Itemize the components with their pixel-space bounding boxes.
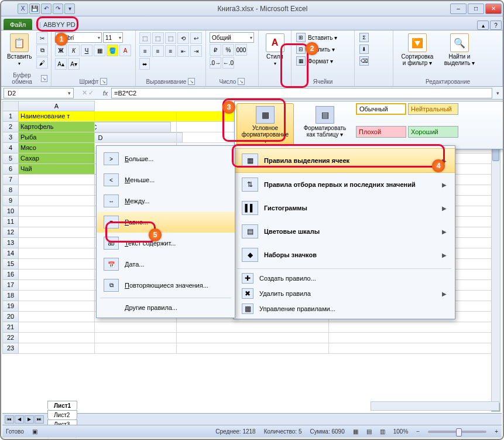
cell[interactable] [19, 280, 95, 291]
row-header[interactable]: 11 [2, 217, 19, 227]
cut-icon[interactable]: ✂ [36, 32, 48, 44]
cell[interactable]: Сахар [19, 154, 95, 164]
row-header[interactable]: 16 [2, 270, 19, 280]
cell[interactable] [329, 343, 493, 354]
cell-style-Нейтральный[interactable]: Нейтральный [408, 103, 458, 115]
row-header[interactable]: 13 [2, 238, 19, 248]
italic-icon[interactable]: К [68, 45, 80, 56]
zoom-level[interactable]: 100% [393, 428, 409, 435]
sheet-tab-Лист1[interactable]: Лист1 [47, 401, 77, 410]
clipboard-dialog-launcher[interactable]: ↘ [41, 75, 47, 82]
expand-formula-bar-icon[interactable]: ▾ [492, 90, 503, 96]
align-center-icon[interactable]: ≡ [152, 45, 164, 57]
sheet-prev-icon[interactable]: ◀ [15, 415, 24, 424]
row-header[interactable]: 23 [2, 343, 19, 354]
highlight-rule-item[interactable]: =Равно... [97, 212, 235, 233]
undo-icon[interactable]: ↶ [41, 4, 52, 14]
align-right-icon[interactable]: ≡ [165, 45, 177, 57]
row-header[interactable]: 8 [2, 185, 19, 196]
font-color-icon[interactable]: A [119, 45, 131, 56]
cell[interactable] [329, 333, 493, 343]
cell[interactable]: Картофель [19, 122, 95, 132]
cell[interactable] [177, 333, 329, 343]
row-header[interactable]: 20 [2, 312, 19, 322]
increase-decimal-icon[interactable]: .0→ [210, 57, 221, 69]
cell[interactable] [19, 238, 95, 248]
number-format-select[interactable]: Общий [210, 32, 254, 43]
cell[interactable] [19, 312, 95, 322]
row-header[interactable]: 17 [2, 280, 19, 291]
cell[interactable] [19, 322, 95, 333]
styles-button[interactable]: A Стили ▾ [262, 32, 287, 67]
cell[interactable] [95, 343, 177, 354]
cell[interactable] [19, 291, 95, 301]
row-header[interactable]: 14 [2, 248, 19, 259]
align-left-icon[interactable]: ≡ [139, 45, 151, 57]
cell[interactable] [19, 333, 95, 343]
highlight-rule-item[interactable]: ⧉Повторяющиеся значения... [97, 275, 235, 296]
customize-qat-icon[interactable]: ▾ [64, 4, 75, 14]
row-header[interactable]: 1 [2, 111, 19, 122]
copy-icon[interactable]: ⧉ [36, 45, 48, 56]
autosum-button[interactable]: Σ [358, 32, 389, 43]
maximize-button[interactable]: □ [468, 4, 484, 14]
decrease-indent-icon[interactable]: ⇤ [177, 45, 189, 57]
cell[interactable] [329, 322, 493, 333]
cf-mgmt-item[interactable]: ▦Управление правилами... [234, 301, 455, 316]
cell[interactable] [19, 343, 95, 354]
row-header[interactable]: 22 [2, 333, 19, 343]
cell[interactable]: Рыба [19, 132, 95, 143]
alignment-dialog-launcher[interactable]: ↘ [188, 78, 195, 85]
view-normal-icon[interactable]: ▦ [353, 428, 358, 435]
increase-indent-icon[interactable]: ⇥ [190, 45, 202, 57]
bold-icon[interactable]: Ж [55, 45, 67, 56]
view-layout-icon[interactable]: ▤ [366, 428, 372, 435]
cell[interactable] [177, 343, 329, 354]
row-header[interactable]: 18 [2, 291, 19, 301]
shrink-font-icon[interactable]: A▾ [68, 58, 80, 70]
cell[interactable] [19, 259, 95, 270]
row-header[interactable]: 10 [2, 206, 19, 217]
row-header[interactable]: 2 [2, 122, 19, 132]
underline-icon[interactable]: Ч [81, 45, 92, 56]
cell[interactable] [19, 248, 95, 259]
row-header[interactable]: 5 [2, 154, 19, 164]
zoom-slider[interactable] [428, 431, 486, 433]
vertical-scrollbar[interactable]: ▴ ▾ [491, 111, 500, 412]
clear-button[interactable]: ⌫ [358, 56, 389, 66]
row-header[interactable]: 12 [2, 227, 19, 238]
row-header[interactable]: 15 [2, 259, 19, 270]
wrap-text-icon[interactable]: ↩ [190, 32, 202, 44]
zoom-in-icon[interactable]: + [495, 428, 498, 435]
cf-menu-item[interactable]: ▤Цветовые шкалы▶ [234, 220, 455, 243]
cell[interactable] [19, 175, 95, 185]
percent-icon[interactable]: % [222, 44, 234, 56]
currency-icon[interactable]: ₽ [210, 44, 221, 56]
format-painter-icon[interactable]: 🖌 [36, 57, 48, 69]
name-box[interactable]: D2 [4, 88, 74, 98]
cell[interactable]: Чай [19, 164, 95, 175]
tab-abbyy pd[interactable]: ABBYY PD [34, 19, 81, 30]
delete-cells-button[interactable]: ⊟Удалить ▾ [295, 44, 351, 54]
format-as-table-button[interactable]: ▤ Форматировать как таблицу ▾ [296, 103, 354, 147]
cancel-formula-icon[interactable]: ✕ [82, 89, 87, 97]
cf-menu-item[interactable]: ▦Правила выделения ячеек▶ [234, 148, 455, 173]
tab-file[interactable]: Файл [4, 19, 32, 30]
align-top-icon[interactable]: ⬚ [139, 32, 151, 44]
save-icon[interactable]: 💾 [29, 4, 40, 14]
row-header[interactable]: 3 [2, 132, 19, 143]
row-header[interactable]: 9 [2, 196, 19, 206]
cell[interactable] [95, 122, 177, 132]
cell[interactable] [19, 185, 95, 196]
comma-icon[interactable]: 000 [235, 44, 247, 56]
cell-style-Обычный[interactable]: Обычный [356, 103, 406, 115]
highlight-rule-item[interactable]: <Меньше... [97, 169, 235, 190]
highlight-rule-item[interactable]: 📅Дата... [97, 254, 235, 275]
formula-input[interactable]: =B2*C2 [111, 88, 492, 98]
ribbon-minimize-icon[interactable]: ▴ [477, 21, 489, 30]
font-size-select[interactable]: 11 [103, 32, 123, 43]
view-pagebreak-icon[interactable]: ▥ [380, 428, 385, 435]
cf-menu-item[interactable]: ⇅Правила отбора первых и последних значе… [234, 173, 455, 196]
cf-menu-item[interactable]: ◆Наборы значков▶ [234, 243, 455, 267]
cell-style-Плохой[interactable]: Плохой [356, 126, 406, 138]
